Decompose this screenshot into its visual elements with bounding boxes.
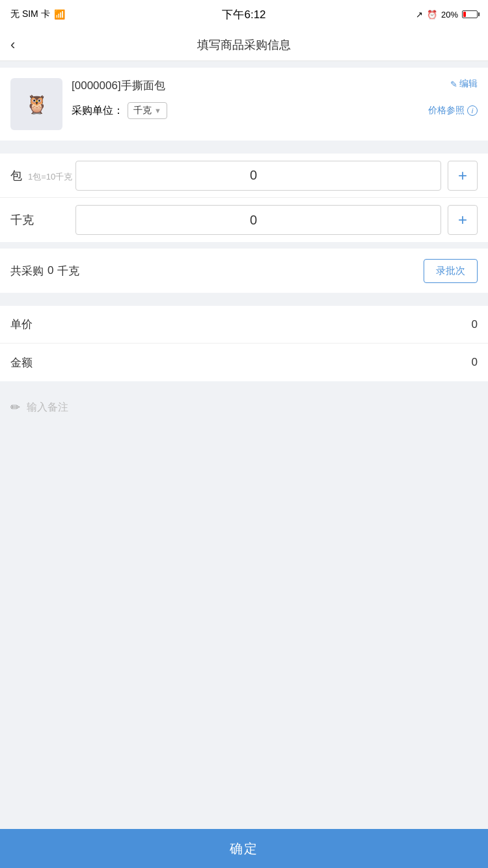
total-label-area: 共采购 0 千克 — [10, 264, 79, 278]
back-button[interactable]: ‹ — [10, 31, 20, 59]
unit-price-row: 单价 0 — [0, 306, 488, 344]
notes-section[interactable]: ✏ 输入备注 — [0, 388, 488, 427]
unit-price-value: 0 — [472, 318, 478, 331]
battery-icon — [462, 10, 478, 18]
quantity-section: 包 1包=10千克 + 千克 + — [0, 154, 488, 242]
quantity-plus-kg[interactable]: + — [448, 205, 478, 235]
unit-selector-area: 采购单位： 千克 ▼ — [72, 102, 167, 119]
carrier-text: 无 SIM 卡 — [10, 8, 50, 20]
divider-2 — [0, 293, 488, 299]
amount-label: 金额 — [10, 355, 33, 370]
product-info: [0000006]手撕面包 ✎ 编辑 采购单位： 千克 ▼ 价格参照 i — [72, 78, 478, 119]
quantity-input-kg[interactable] — [75, 205, 441, 235]
edit-button[interactable]: ✎ 编辑 — [450, 78, 478, 90]
confirm-button[interactable]: 确定 — [0, 829, 488, 868]
battery-box — [462, 10, 478, 18]
total-value: 0 — [47, 264, 53, 277]
product-logo: 🦉 — [25, 94, 48, 115]
product-image: 🦉 — [10, 78, 62, 130]
quantity-input-bao[interactable] — [75, 161, 441, 191]
wifi-icon: 📶 — [54, 9, 65, 20]
product-name: [0000006]手撕面包 — [72, 78, 165, 93]
alarm-icon: ⏰ — [427, 10, 437, 20]
total-prefix: 共采购 — [10, 264, 44, 278]
location-icon: ↗ — [416, 10, 423, 20]
quantity-row-kg: 千克 + — [0, 198, 488, 242]
battery-fill — [463, 12, 466, 17]
divider-1 — [0, 141, 488, 147]
quantity-row-bao: 包 1包=10千克 + — [0, 154, 488, 198]
unit-label: 采购单位： — [72, 104, 124, 118]
edit-label: 编辑 — [459, 78, 478, 90]
bao-label: 包 — [10, 169, 22, 182]
quantity-label-bao: 包 1包=10千克 — [10, 168, 75, 183]
quantity-label-kg: 千克 — [10, 212, 75, 228]
unit-row: 采购单位： 千克 ▼ 价格参照 i — [72, 102, 478, 119]
content-spacer — [0, 427, 488, 829]
status-carrier: 无 SIM 卡 📶 — [10, 8, 65, 20]
status-right: ↗ ⏰ 20% — [416, 10, 478, 20]
edit-icon: ✎ — [450, 79, 457, 89]
chevron-down-icon: ▼ — [154, 107, 161, 115]
unit-select-value: 千克 — [133, 105, 152, 116]
quantity-plus-bao[interactable]: + — [448, 161, 478, 191]
status-time: 下午6:12 — [222, 7, 265, 22]
quantity-input-wrapper-bao: + — [75, 161, 478, 191]
product-header: [0000006]手撕面包 ✎ 编辑 — [72, 78, 478, 93]
price-reference-button[interactable]: 价格参照 i — [428, 105, 478, 116]
product-card: 🦉 [0000006]手撕面包 ✎ 编辑 采购单位： 千克 ▼ 价格参照 i — [0, 68, 488, 141]
page-title: 填写商品采购信息 — [197, 37, 291, 53]
price-ref-label: 价格参照 — [428, 105, 465, 116]
total-section: 共采购 0 千克 录批次 — [0, 249, 488, 293]
amount-row: 金额 0 — [0, 344, 488, 381]
total-unit: 千克 — [57, 264, 79, 278]
battery-pct: 20% — [441, 10, 458, 20]
unit-price-label: 单价 — [10, 317, 33, 332]
amount-value: 0 — [472, 356, 478, 369]
quantity-input-wrapper-kg: + — [75, 205, 478, 235]
record-batch-button[interactable]: 录批次 — [424, 259, 478, 283]
price-section: 单价 0 金额 0 — [0, 306, 488, 381]
pencil-icon: ✏ — [10, 400, 20, 414]
bao-sublabel: 1包=10千克 — [28, 172, 72, 182]
nav-bar: ‹ 填写商品采购信息 — [0, 29, 488, 61]
kg-label: 千克 — [10, 213, 34, 226]
notes-placeholder: 输入备注 — [27, 401, 68, 414]
price-ref-info-icon: i — [467, 105, 478, 116]
unit-select-dropdown[interactable]: 千克 ▼ — [128, 102, 167, 119]
status-bar: 无 SIM 卡 📶 下午6:12 ↗ ⏰ 20% — [0, 0, 488, 29]
